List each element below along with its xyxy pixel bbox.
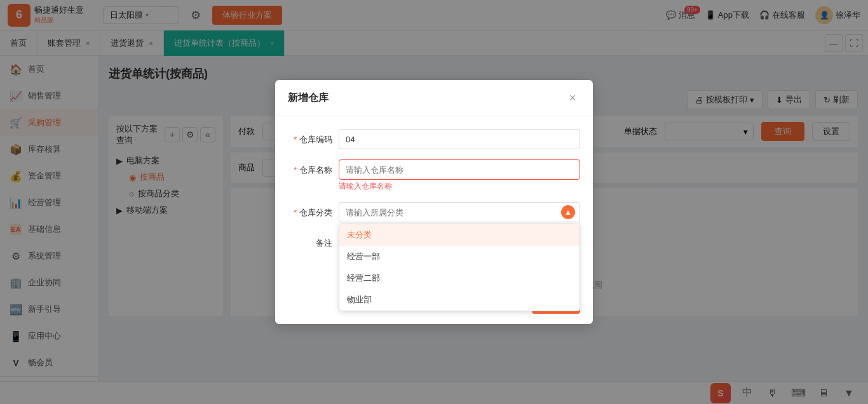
category-dropdown: 未分类 经营一部 经营二部 物业部 bbox=[339, 224, 580, 311]
form-row-category: 仓库分类 ▲ 未分类 经营一部 经营二部 物业部 bbox=[288, 202, 580, 222]
modal-overlay: 新增仓库 × 仓库编码 仓库名称 请输入仓库名称 仓库分类 bbox=[0, 0, 868, 404]
new-warehouse-modal: 新增仓库 × 仓库编码 仓库名称 请输入仓库名称 仓库分类 bbox=[275, 80, 593, 324]
form-row-name: 仓库名称 请输入仓库名称 bbox=[288, 159, 580, 192]
category-input[interactable] bbox=[339, 202, 580, 222]
code-label: 仓库编码 bbox=[288, 129, 332, 145]
name-error-msg: 请输入仓库名称 bbox=[339, 181, 580, 192]
category-toggle-icon[interactable]: ▲ bbox=[561, 205, 575, 219]
name-control: 请输入仓库名称 bbox=[339, 159, 580, 192]
category-select-wrapper: ▲ 未分类 经营一部 经营二部 物业部 bbox=[339, 202, 580, 222]
note-label: 备注 bbox=[288, 232, 332, 249]
dropdown-item-dept2[interactable]: 经营二部 bbox=[339, 267, 580, 289]
dropdown-item-none[interactable]: 未分类 bbox=[339, 224, 580, 246]
code-input[interactable] bbox=[339, 129, 580, 149]
name-input[interactable] bbox=[339, 159, 580, 180]
dropdown-item-dept1[interactable]: 经营一部 bbox=[339, 246, 580, 267]
modal-close-button[interactable]: × bbox=[565, 90, 580, 105]
modal-title: 新增仓库 bbox=[288, 91, 329, 105]
name-label: 仓库名称 bbox=[288, 159, 332, 176]
category-label: 仓库分类 bbox=[288, 202, 332, 219]
code-control bbox=[339, 129, 580, 149]
modal-body: 仓库编码 仓库名称 请输入仓库名称 仓库分类 ▲ bbox=[275, 116, 593, 273]
dropdown-item-property[interactable]: 物业部 bbox=[339, 289, 580, 311]
modal-header: 新增仓库 × bbox=[275, 80, 593, 116]
form-row-code: 仓库编码 bbox=[288, 129, 580, 149]
